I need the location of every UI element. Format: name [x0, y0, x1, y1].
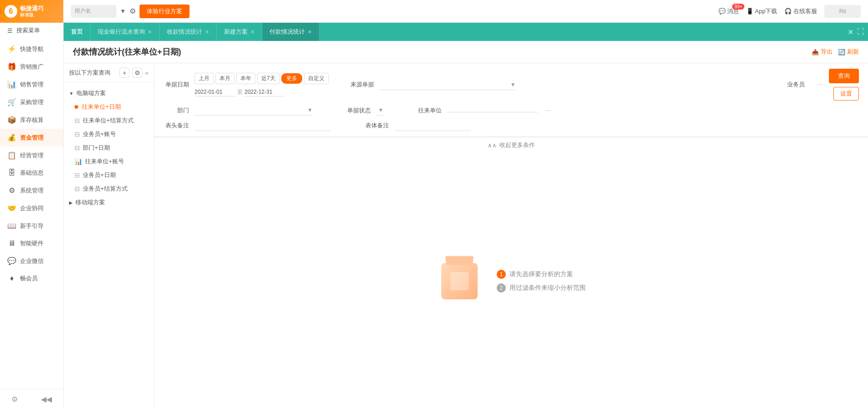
- main: 用户名 ▼ ⚙ 体验行业方案 💬 消息 99+ 📱 App下载 🎧 在线客服 R…: [64, 0, 868, 409]
- sidebar-item-quick-nav[interactable]: ⚡ 快捷导航: [0, 40, 63, 58]
- staff-dots-icon[interactable]: ···: [818, 81, 823, 89]
- sidebar-item-wechat[interactable]: 💬 企业微信: [0, 252, 63, 270]
- online-service-btn[interactable]: 🎧 在线客服: [784, 7, 817, 15]
- marketing-icon: 🎁: [7, 62, 16, 71]
- table-icon: ⊟: [75, 185, 80, 192]
- operations-icon: 📋: [7, 151, 16, 160]
- doc-status-label: 单据状态: [345, 106, 371, 115]
- tab-home[interactable]: 首页: [64, 23, 90, 41]
- collapse-label: 收起更多条件: [499, 141, 535, 149]
- scheme-item-staff-account[interactable]: ⊟ 业务员+账号: [64, 127, 154, 141]
- date-last-7days[interactable]: 近7天: [257, 73, 279, 84]
- sidebar-item-system[interactable]: ⚙ 系统管理: [0, 182, 63, 199]
- trial-btn[interactable]: 体验行业方案: [140, 5, 190, 18]
- date-to-input[interactable]: [244, 88, 285, 96]
- purchase-icon: 🛒: [7, 98, 16, 106]
- scheme-group-pc-header[interactable]: ▼ 电脑端方案: [64, 86, 154, 100]
- tab-new-scheme[interactable]: 新建方案 ✕: [217, 23, 262, 41]
- tabbar-expand-icon[interactable]: ⛶: [857, 28, 864, 36]
- finance-icon: 💰: [7, 133, 16, 142]
- app-download-btn[interactable]: 📱 App下载: [746, 7, 777, 15]
- sidebar-collapse-icon[interactable]: ◀◀: [37, 393, 55, 405]
- date-this-year[interactable]: 本年: [236, 73, 255, 84]
- sidebar-item-member[interactable]: ♦ 畅会员: [0, 270, 63, 287]
- query-btn[interactable]: 查询: [829, 69, 859, 83]
- scheme-group-mobile-header[interactable]: ▶ 移动端方案: [64, 196, 154, 209]
- wechat-icon: 💬: [7, 257, 16, 265]
- scheme-settings-icon[interactable]: ⚙: [132, 68, 142, 78]
- collapse-more-btn[interactable]: ∧∧ 收起更多条件: [155, 137, 868, 153]
- tab-pay-stats[interactable]: 付款情况统计 ✕: [262, 23, 319, 41]
- scheme-item-staff-date[interactable]: ⊟ 业务员+日期: [64, 168, 154, 182]
- sidebar-item-marketing[interactable]: 🎁 营销推广: [0, 58, 63, 76]
- refresh-icon: 🔄: [838, 49, 845, 56]
- sidebar-item-company[interactable]: 🤝 企业协同: [0, 199, 63, 217]
- message-btn[interactable]: 💬 消息 99+: [718, 7, 739, 15]
- date-this-month[interactable]: 本月: [215, 73, 234, 84]
- topbar-settings-icon[interactable]: ⚙: [130, 7, 136, 15]
- scheme-item-dept-date[interactable]: ⊟ 部门+日期: [64, 141, 154, 155]
- sidebar-nav: ⚡ 快捷导航 🎁 营销推广 📊 销售管理 🛒 采购管理 📦 库存核算 💰 资金管…: [0, 38, 63, 389]
- date-more[interactable]: 更多: [281, 73, 302, 84]
- search-icon: ☰: [7, 27, 13, 34]
- settings-btn[interactable]: 设置: [833, 87, 859, 101]
- app-icon: 📱: [746, 8, 753, 15]
- date-last-month[interactable]: 上月: [195, 73, 214, 84]
- hardware-icon: 🖥: [7, 239, 16, 247]
- dropdown-icon[interactable]: ▼: [120, 8, 126, 15]
- source-dropdown-icon: ▼: [510, 81, 516, 88]
- sidebar-item-sales[interactable]: 📊 销售管理: [0, 76, 63, 93]
- date-btns: 上月 本月 本年 近7天 更多 自定义: [195, 73, 329, 84]
- tab-receive-stats[interactable]: 收款情况统计 ✕: [160, 23, 217, 41]
- filter-content: 单据日期 上月 本月 本年 近7天 更多 自定义: [155, 63, 868, 409]
- scheme-item-partner-account[interactable]: 📊 往来单位+账号: [64, 155, 154, 168]
- sidebar-item-inventory[interactable]: 📦 库存核算: [0, 111, 63, 129]
- tab-bank-flow[interactable]: 现金银行流水查询 ✕: [90, 23, 160, 41]
- date-custom[interactable]: 自定义: [304, 73, 329, 84]
- system-icon: ⚙: [7, 186, 16, 195]
- search-menu[interactable]: ☰ 搜索菜单: [0, 23, 63, 38]
- tab-pay-stats-close[interactable]: ✕: [308, 29, 312, 35]
- refresh-btn[interactable]: 🔄 刷新: [838, 48, 859, 56]
- search-menu-label: 搜索菜单: [16, 26, 40, 35]
- sidebar-item-hardware[interactable]: 🖥 智能硬件: [0, 235, 63, 252]
- tab-bank-flow-close[interactable]: ✕: [148, 29, 152, 35]
- tabbar-close-icon[interactable]: ✕: [848, 28, 853, 36]
- empty-box: [441, 263, 478, 299]
- mobile-group-label: 移动端方案: [75, 198, 105, 207]
- source-select[interactable]: ▼: [379, 80, 516, 90]
- user-avatar[interactable]: Rit: [824, 5, 861, 18]
- collapse-icon: ∧∧: [488, 142, 497, 149]
- sidebar-item-label: 销售管理: [20, 81, 44, 89]
- export-btn[interactable]: 📤 导出: [812, 48, 833, 56]
- sidebar-settings-icon[interactable]: ⚙: [8, 393, 21, 405]
- sidebar-item-purchase[interactable]: 🛒 采购管理: [0, 93, 63, 111]
- sidebar-item-finance[interactable]: 💰 资金管理: [0, 129, 63, 146]
- scheme-item-label: 部门+日期: [83, 144, 110, 152]
- dept-select[interactable]: ▼: [195, 105, 313, 116]
- doc-status-select[interactable]: ▼: [376, 105, 384, 116]
- refresh-label: 刷新: [847, 48, 859, 56]
- quick-nav-icon: ⚡: [7, 45, 16, 53]
- empty-box-inner: [450, 272, 469, 290]
- body-remark-input[interactable]: [394, 120, 471, 131]
- scheme-item-staff-payment[interactable]: ⊟ 业务员+结算方式: [64, 182, 154, 196]
- scheme-item-partner-payment[interactable]: ⊟ 往来单位+结算方式: [64, 114, 154, 127]
- header-remark-input[interactable]: [195, 120, 331, 131]
- sidebar-item-label: 系统管理: [20, 187, 44, 195]
- sidebar-item-label: 新手引导: [20, 222, 44, 230]
- export-label: 导出: [821, 48, 833, 56]
- tab-receive-stats-close[interactable]: ✕: [205, 29, 209, 35]
- partner-select[interactable]: [447, 108, 538, 112]
- partner-dots-icon[interactable]: ···: [545, 106, 551, 115]
- date-from-input[interactable]: [195, 88, 235, 96]
- sidebar-item-basic[interactable]: 🗄 基础信息: [0, 164, 63, 182]
- scheme-add-icon[interactable]: +: [120, 68, 130, 78]
- tab-new-scheme-close[interactable]: ✕: [250, 29, 254, 35]
- sidebar-item-guide[interactable]: 📖 新手引导: [0, 217, 63, 235]
- scheme-item-partner-date[interactable]: 往来单位+日期: [64, 100, 154, 114]
- scheme-tree: ▼ 电脑端方案 往来单位+日期 ⊟ 往来单位+结算方式 ⊟: [64, 83, 154, 409]
- scheme-item-label: 往来单位+账号: [85, 157, 124, 166]
- sidebar-item-operations[interactable]: 📋 经营管理: [0, 146, 63, 164]
- scheme-collapse-icon[interactable]: «: [145, 69, 149, 76]
